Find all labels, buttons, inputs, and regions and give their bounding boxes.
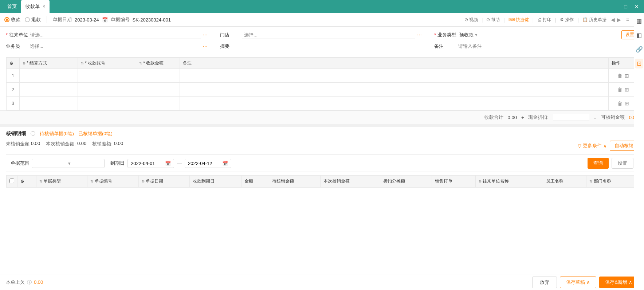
- account-input-2[interactable]: [78, 83, 136, 96]
- delete-icon-3[interactable]: 🗑: [617, 101, 623, 106]
- th-gear-bottom[interactable]: ⚙: [17, 176, 36, 187]
- radio-tuikuan[interactable]: 退款: [25, 16, 41, 23]
- sidebar-expand-icon[interactable]: ⊡: [635, 59, 643, 68]
- sidebar-doc-icon[interactable]: ◧: [635, 30, 643, 40]
- filter-row: 单据范围 ▾ 到期日 📅 — 📅 查询 设: [6, 154, 638, 172]
- tab-close-icon[interactable]: ×: [43, 4, 45, 9]
- close-button[interactable]: ✕: [632, 3, 641, 10]
- discard-button[interactable]: 放弃: [532, 277, 557, 288]
- store-input[interactable]: [242, 31, 415, 39]
- minimize-button[interactable]: —: [610, 3, 619, 10]
- filter-settings-button[interactable]: 设置: [612, 158, 633, 169]
- save-draft-button[interactable]: 保存草稿 ∧: [560, 277, 596, 288]
- th-employee: 员工名称: [543, 176, 586, 187]
- remark-input-2[interactable]: [180, 83, 608, 96]
- amount-input-1[interactable]: [136, 69, 180, 82]
- tab-current[interactable]: 收款单 ×: [21, 0, 50, 13]
- remark-input[interactable]: [456, 42, 638, 50]
- store-field: 门店 ···: [220, 31, 424, 39]
- radio-shoukuan[interactable]: 收款: [4, 16, 20, 23]
- maximize-button[interactable]: □: [622, 3, 629, 10]
- th-gear[interactable]: ⚙: [7, 58, 20, 69]
- settlement-cell-2: [20, 83, 78, 97]
- settlement-input-2[interactable]: [20, 83, 78, 96]
- list-view-icon[interactable]: ≡: [625, 17, 630, 23]
- date-calendar-icon[interactable]: 📅: [102, 17, 108, 23]
- video-btn[interactable]: ⊙ 视频: [464, 17, 478, 23]
- calendar-to-icon[interactable]: 📅: [222, 161, 228, 166]
- footer-info-icon[interactable]: ⓘ: [27, 279, 32, 286]
- print-btn[interactable]: 🖨 打印: [537, 17, 551, 23]
- th-discount: 折扣分摊额: [380, 176, 432, 187]
- account-input-3[interactable]: [78, 97, 136, 110]
- remark-input-1[interactable]: [180, 69, 608, 82]
- th-account: ⇅ * 收款账号: [78, 58, 136, 69]
- query-button[interactable]: 查询: [588, 158, 609, 169]
- gear-icon: ⚙: [9, 61, 13, 66]
- settlement-input-3[interactable]: [20, 97, 78, 110]
- done-tab-link[interactable]: 已核销单据(0笔): [78, 130, 113, 137]
- copy-icon-2[interactable]: ⊞: [625, 87, 629, 93]
- nav-prev-icon[interactable]: ◀: [610, 17, 616, 23]
- history-btn[interactable]: 📋 历史单据: [582, 17, 606, 23]
- gear-bottom-icon: ⚙: [20, 179, 24, 184]
- range-filter: 单据范围 ▾: [11, 159, 105, 168]
- salesperson-more-btn[interactable]: ···: [201, 43, 210, 50]
- draft-arrow-icon: ∧: [586, 279, 590, 285]
- sidebar-table-icon[interactable]: ▦: [635, 16, 643, 26]
- date-from-field[interactable]: [131, 161, 164, 166]
- filter-actions: 查询 设置: [588, 158, 633, 169]
- th-doc-num: ⇅ 单据编号: [87, 176, 139, 187]
- partner-input[interactable]: [28, 31, 201, 39]
- summary-input[interactable]: [242, 42, 424, 50]
- salesperson-input[interactable]: [28, 42, 201, 50]
- discount-input[interactable]: [553, 114, 589, 121]
- hexiao-info-icon[interactable]: ⓘ: [31, 130, 35, 137]
- hexiao-title: 核销明细: [6, 130, 26, 137]
- select-all-checkbox[interactable]: [9, 179, 14, 183]
- th-amount: 金额: [242, 176, 269, 187]
- chevron-up-icon: ∧: [603, 143, 607, 149]
- radio-group: 收款 退款: [4, 16, 41, 23]
- save-draft-label: 保存草稿: [566, 279, 585, 286]
- range-select[interactable]: ▾: [32, 159, 105, 168]
- th-sales-order: 销售订单: [432, 176, 476, 187]
- tab-home[interactable]: 首页: [3, 0, 21, 13]
- sort-icon: ⇅: [23, 61, 25, 65]
- remark-cell-3: [180, 97, 609, 110]
- calendar-from-icon[interactable]: 📅: [165, 161, 171, 166]
- remark-input-3[interactable]: [180, 97, 608, 110]
- amount-input-2[interactable]: [136, 83, 180, 96]
- data-table-container: ⚙ ⇅ * 结算方式 ⇅ * 收款账号 ⇅ * 收款金额 备注: [6, 57, 638, 110]
- delete-icon-1[interactable]: 🗑: [617, 73, 623, 79]
- delete-icon-2[interactable]: 🗑: [617, 87, 623, 93]
- equals-sign: =: [594, 115, 597, 120]
- account-input-1[interactable]: [78, 69, 136, 82]
- date-to-field[interactable]: [188, 161, 221, 166]
- nav-next-icon[interactable]: ▶: [616, 17, 622, 23]
- save-new-button[interactable]: 保存&新增 ∧: [599, 277, 638, 288]
- business-type-dropdown-icon[interactable]: ▾: [475, 32, 478, 38]
- diff-value: 0.00: [114, 141, 123, 151]
- action-cell-1: 🗑 ⊞: [609, 69, 638, 83]
- amount-input-3[interactable]: [136, 97, 180, 110]
- amount-cell-2: [136, 83, 180, 97]
- hexiao-section: 核销明细 ⓘ 待核销单据(0笔) 已核销单据(0笔) 未核销金额 0.00 本次…: [0, 127, 644, 191]
- help-btn[interactable]: ⊙ 帮助: [486, 17, 500, 23]
- unchecked-label: 未核销金额: [6, 141, 30, 151]
- copy-icon-3[interactable]: ⊞: [625, 101, 629, 106]
- more-conditions-btn[interactable]: ▽ 更多条件 ∧: [578, 142, 607, 149]
- store-more-btn[interactable]: ···: [415, 32, 424, 38]
- partner-label: 往来单位: [6, 32, 28, 38]
- th-checkbox: [7, 176, 17, 187]
- sidebar-attachment-icon[interactable]: 🔗: [634, 44, 644, 54]
- settlement-input-1[interactable]: [20, 69, 78, 82]
- pending-tab-link[interactable]: 待核销单据(0笔): [40, 130, 74, 137]
- operation-btn[interactable]: ⚙ 操作: [560, 17, 574, 23]
- copy-icon-1[interactable]: ⊞: [625, 73, 629, 79]
- due-label: 到期日: [110, 160, 125, 166]
- partner-more-btn[interactable]: ···: [201, 32, 210, 38]
- shortcut-btn[interactable]: ⌨ 快捷键: [508, 17, 529, 23]
- settlement-cell-1: [20, 69, 78, 83]
- summary-row: 收款合计 0.00 + 现金折扣: = 可核销金额 0.00: [0, 110, 644, 124]
